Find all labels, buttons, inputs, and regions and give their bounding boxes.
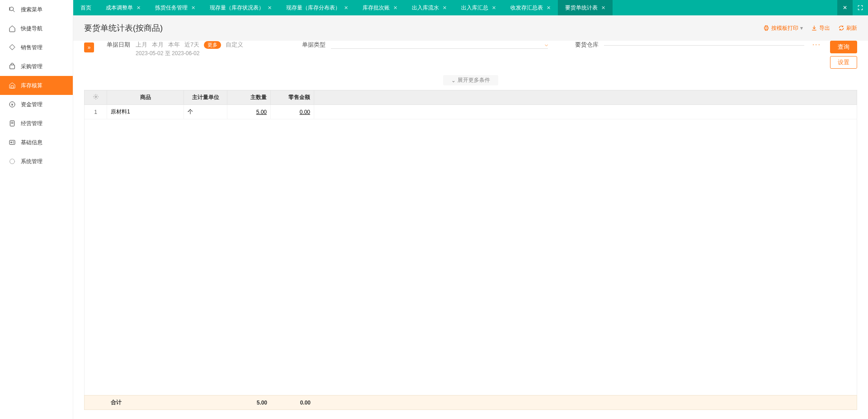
page-title: 要货单统计表(按商品) [84, 23, 163, 33]
sidebar-item-label: 系统管理 [21, 158, 42, 165]
tab-srs-sum[interactable]: 收发存汇总表✕ [503, 0, 558, 15]
refresh-button[interactable]: 刷新 [838, 24, 857, 32]
tabs-controls: ✕ [837, 0, 868, 15]
tab-home[interactable]: 首页 [73, 0, 99, 15]
export-icon [811, 25, 817, 31]
tab-cost-adjust[interactable]: 成本调整单✕ [99, 0, 148, 15]
sidebar-item-inventory[interactable]: 库存核算 [0, 76, 73, 95]
sidebar-item-label: 资金管理 [21, 101, 42, 108]
chevron-down-icon: ▾ [800, 25, 803, 31]
doc-type-select[interactable]: ⌵ [331, 41, 548, 49]
tab-inout-sum[interactable]: 出入库汇总✕ [454, 0, 503, 15]
warehouse-select[interactable] [604, 44, 804, 46]
cell-product: 原材料1 [107, 105, 184, 119]
filter-actions: 查询 设置 [830, 41, 857, 69]
search-icon [8, 5, 16, 14]
date-chip-custom[interactable]: 自定义 [226, 41, 243, 49]
double-chevron-down-icon: ⌄ [451, 77, 456, 84]
tab-label: 成本调整单 [106, 4, 133, 12]
th-amount[interactable]: 零售金额 [271, 90, 314, 104]
close-icon[interactable]: ✕ [268, 5, 272, 11]
sidebar-item-label: 库存核算 [21, 82, 42, 89]
sidebar-item-search[interactable]: 搜索菜单 [0, 0, 73, 19]
sidebar-item-system[interactable]: 系统管理 [0, 152, 73, 171]
th-product[interactable]: 商品 [107, 90, 184, 104]
date-chip-7days[interactable]: 近7天 [184, 41, 199, 49]
tab-label: 现存量（库存状况表） [210, 4, 264, 12]
cell-qty[interactable]: 5.00 [227, 105, 271, 119]
close-icon[interactable]: ✕ [344, 5, 348, 11]
table-body: 1 原材料1 个 5.00 0.00 [84, 105, 857, 395]
action-label: 刷新 [846, 24, 857, 32]
svg-rect-15 [764, 27, 768, 29]
bag-icon [8, 62, 16, 71]
footer-label: 合计 [107, 395, 184, 410]
table-header: 商品 主计量单位 主数量 零售金额 [84, 90, 857, 105]
print-template-button[interactable]: 按模板打印 ▾ [763, 24, 803, 32]
close-icon[interactable]: ✕ [601, 5, 605, 11]
close-icon[interactable]: ✕ [492, 5, 496, 11]
tabs-spacer [613, 0, 837, 15]
svg-point-11 [11, 142, 12, 143]
date-chip-more[interactable]: 更多 [204, 41, 221, 49]
sidebar-item-funds[interactable]: ¥ 资金管理 [0, 95, 73, 114]
tab-inout-flow[interactable]: 出入库流水✕ [405, 0, 454, 15]
filter-settings-button[interactable]: 设置 [830, 56, 857, 69]
tab-label: 首页 [80, 4, 91, 12]
tab-stock-dist[interactable]: 现存量（库存分布表）✕ [279, 0, 355, 15]
amount-link: 0.00 [300, 109, 310, 115]
date-chip-this-month[interactable]: 本月 [152, 41, 164, 49]
export-button[interactable]: 导出 [811, 24, 830, 32]
fullscreen-button[interactable] [853, 0, 868, 15]
th-unit[interactable]: 主计量单位 [184, 90, 227, 104]
svg-rect-4 [11, 86, 13, 88]
th-qty[interactable]: 主数量 [227, 90, 271, 104]
close-icon[interactable]: ✕ [191, 5, 195, 11]
svg-point-14 [10, 159, 15, 164]
action-label: 按模板打印 [771, 24, 798, 32]
close-icon[interactable]: ✕ [443, 5, 447, 11]
sidebar-item-label: 搜索菜单 [21, 6, 42, 14]
close-icon[interactable]: ✕ [137, 5, 141, 11]
close-all-tabs-button[interactable]: ✕ [837, 0, 853, 15]
tab-pick-task[interactable]: 拣货任务管理✕ [148, 0, 203, 15]
filter-label: 要货仓库 [575, 41, 599, 49]
svg-rect-3 [10, 65, 15, 69]
home-icon [8, 24, 16, 33]
clipboard-icon [8, 119, 16, 127]
column-settings[interactable] [85, 90, 107, 104]
table-row: 1 原材料1 个 5.00 0.00 [85, 105, 857, 119]
svg-point-0 [10, 7, 14, 11]
close-icon[interactable]: ✕ [393, 5, 397, 11]
tab-label: 库存批次账 [363, 4, 390, 12]
collapse-filter-button[interactable]: » [84, 42, 94, 52]
tab-demand-stats[interactable]: 要货单统计表✕ [558, 0, 613, 15]
sidebar-item-purchase[interactable]: 采购管理 [0, 57, 73, 76]
print-icon [763, 25, 769, 31]
id-icon [8, 138, 16, 146]
gear-icon [93, 94, 99, 101]
query-button[interactable]: 查询 [830, 41, 857, 53]
sidebar-item-quicknav[interactable]: 快捷导航 [0, 19, 73, 38]
tab-label: 要货单统计表 [565, 4, 598, 12]
sidebar-item-label: 经营管理 [21, 120, 42, 127]
tab-stock-status[interactable]: 现存量（库存状况表）✕ [203, 0, 279, 15]
expand-filters-button[interactable]: ⌄ 展开更多条件 [443, 75, 498, 85]
filter-label: 单据日期 [107, 41, 130, 49]
more-options-button[interactable]: ··· [812, 41, 821, 49]
sidebar-item-sales[interactable]: 销售管理 [0, 38, 73, 57]
header-actions: 按模板打印 ▾ 导出 刷新 [763, 24, 857, 32]
date-chip-last-month[interactable]: 上月 [136, 41, 147, 49]
tab-label: 拣货任务管理 [155, 4, 188, 12]
tab-batch[interactable]: 库存批次账✕ [355, 0, 405, 15]
close-icon[interactable]: ✕ [547, 5, 551, 11]
cell-amount[interactable]: 0.00 [271, 105, 314, 119]
sidebar-item-operation[interactable]: 经营管理 [0, 114, 73, 133]
data-table: 商品 主计量单位 主数量 零售金额 1 原材料1 个 5.00 0.00 合计 … [73, 90, 868, 419]
sidebar-item-label: 采购管理 [21, 63, 42, 71]
sidebar-item-basicinfo[interactable]: 基础信息 [0, 133, 73, 152]
chevron-down-icon: ⌵ [545, 41, 548, 47]
filter-date: 单据日期 上月 本月 本年 近7天 更多 自定义 2023-05-02 至 20… [107, 41, 248, 57]
sidebar-item-label: 基础信息 [21, 139, 42, 146]
date-chip-this-year[interactable]: 本年 [168, 41, 180, 49]
